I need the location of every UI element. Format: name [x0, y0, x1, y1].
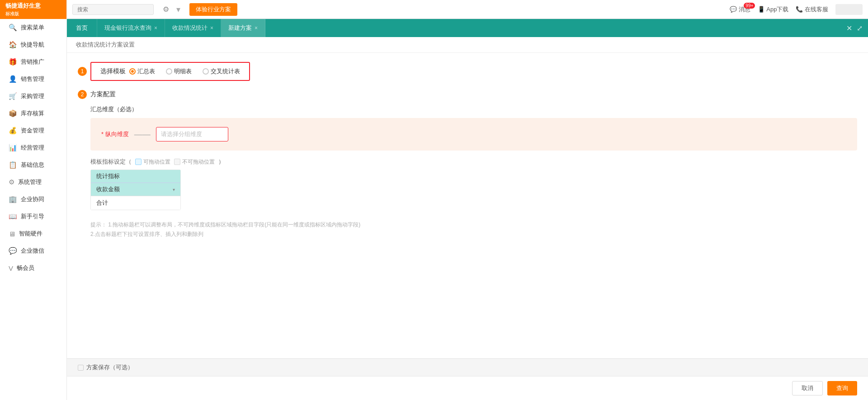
- search-icon: 🔍: [9, 24, 17, 32]
- sidebar-item-hardware[interactable]: 🖥 智能硬件: [0, 225, 66, 242]
- sidebar-item-inventory[interactable]: 📦 库存核算: [0, 105, 66, 122]
- tab-cash-flow-close[interactable]: ×: [154, 25, 157, 31]
- tab-new-plan-close[interactable]: ×: [255, 25, 258, 31]
- sidebar-label-search: 搜索菜单: [21, 24, 44, 32]
- service-icon: 📞: [796, 6, 803, 13]
- sidebar-item-marketing[interactable]: 🎁 营销推广: [0, 53, 66, 71]
- sidebar-label-guide: 新手引导: [21, 212, 44, 221]
- maximize-icon[interactable]: ⤢: [857, 24, 863, 33]
- download-link[interactable]: 📱 App下载: [758, 5, 788, 14]
- search-input[interactable]: [72, 4, 154, 15]
- sidebar-item-basic[interactable]: 📋 基础信息: [0, 156, 66, 174]
- sidebar: 畅捷通好生意 标准版 🔍 搜索菜单 🏠 快捷导航 🎁 营销推广 👤 销售管理 🛒…: [0, 0, 67, 400]
- sidebar-label-operations: 经营管理: [21, 144, 44, 152]
- gift-icon: 🎁: [9, 58, 17, 66]
- edition-text: 标准版: [5, 11, 41, 17]
- sidebar-label-purchase: 采购管理: [21, 92, 44, 100]
- dim-select[interactable]: 请选择分组维度: [156, 127, 228, 141]
- close-window-icon[interactable]: ✕: [846, 24, 852, 33]
- box-icon: 📦: [9, 109, 17, 118]
- message-icon: 💬: [730, 6, 737, 13]
- user-icon: 👤: [9, 75, 17, 83]
- not-draggable-label: 不可拖动位置: [182, 158, 215, 166]
- cancel-button[interactable]: 取消: [792, 381, 823, 395]
- legend-draggable: 可拖动位置: [135, 158, 170, 166]
- topbar-right: 💬 消息 99+ 📱 App下载 📞 在线客服: [730, 4, 863, 15]
- sidebar-item-finance[interactable]: 💰 资金管理: [0, 122, 66, 139]
- metrics-config-header: 模板指标设定（ 可拖动位置 不可拖动位置 ）: [90, 158, 857, 166]
- breadcrumb: 收款情况统计方案设置: [67, 37, 868, 53]
- radio-cross-btn[interactable]: [203, 68, 209, 75]
- radio-summary[interactable]: 汇总表: [129, 67, 155, 75]
- sidebar-label-wechat: 企业微信: [21, 247, 44, 255]
- tab-home[interactable]: 首页: [67, 19, 97, 37]
- draggable-label: 可拖动位置: [143, 158, 170, 166]
- save-option[interactable]: 方案保存（可选）: [78, 363, 133, 372]
- service-link[interactable]: 📞 在线客服: [796, 5, 828, 14]
- message-badge[interactable]: 💬 消息 99+: [730, 5, 750, 14]
- tab-new-plan[interactable]: 新建方案 ×: [221, 19, 265, 37]
- sidebar-item-purchase[interactable]: 🛒 采购管理: [0, 88, 66, 105]
- main-area: ⚙ ▾ 体验行业方案 💬 消息 99+ 📱 App下载 📞 在线客服 首页: [67, 0, 868, 400]
- radio-detail-btn[interactable]: [166, 68, 172, 75]
- col-dropdown-icon[interactable]: ▾: [173, 187, 175, 192]
- col-header-row[interactable]: 收款金额 ▾: [91, 183, 180, 196]
- step1-label: 1 选择模板 汇总表 明细表: [78, 62, 857, 81]
- sidebar-label-system: 系统管理: [18, 178, 42, 186]
- tips: 提示： 1.拖动标题栏可以调整布局，不可跨维度或指标区域拖动栏目字段(只能在同一…: [90, 221, 857, 238]
- sidebar-item-guide[interactable]: 📖 新手引导: [0, 208, 66, 225]
- sidebar-item-home[interactable]: 🏠 快捷导航: [0, 36, 66, 53]
- step1-circle: 1: [78, 67, 87, 76]
- sidebar-item-enterprise[interactable]: 🏢 企业协同: [0, 191, 66, 208]
- metrics-config: 模板指标设定（ 可拖动位置 不可拖动位置 ）: [90, 158, 857, 210]
- logo-text: 畅捷通好生意: [5, 2, 41, 10]
- legend-not-draggable: 不可拖动位置: [174, 158, 215, 166]
- tab-cash-flow[interactable]: 现金银行流水查询 ×: [97, 19, 165, 37]
- step1-title: 选择模板 汇总表 明细表: [90, 62, 250, 81]
- page-content: 收款情况统计方案设置 1 选择模板 汇总表: [67, 37, 868, 400]
- save-checkbox[interactable]: [78, 365, 84, 371]
- step2-circle: 2: [78, 90, 87, 99]
- wechat-icon: 💬: [9, 247, 17, 255]
- section-wrap: 1 选择模板 汇总表 明细表: [67, 53, 868, 358]
- sidebar-item-operations[interactable]: 📊 经营管理: [0, 139, 66, 156]
- tip2: 2.点击标题栏下拉可设置排序、插入列和删除列: [90, 231, 857, 238]
- radio-summary-label: 汇总表: [137, 67, 155, 75]
- save-label: 方案保存（可选）: [86, 363, 133, 372]
- cart-icon: 🛒: [9, 92, 17, 100]
- message-count: 99+: [744, 3, 755, 9]
- step2-label: 2 方案配置: [78, 90, 857, 99]
- radio-summary-btn[interactable]: [129, 68, 136, 75]
- member-icon: V: [9, 264, 13, 272]
- sidebar-label-basic: 基础信息: [21, 161, 44, 169]
- sidebar-label-hardware: 智能硬件: [19, 230, 42, 238]
- download-label: App下载: [766, 6, 788, 13]
- tab-new-plan-label: 新建方案: [228, 24, 252, 32]
- col-header-label: 收款金额: [96, 185, 120, 193]
- tab-receipts-close[interactable]: ×: [210, 25, 213, 31]
- footer-bar: 取消 查询: [67, 376, 868, 400]
- metrics-col-section-header: 统计指标: [91, 170, 180, 183]
- user-avatar[interactable]: [835, 4, 863, 15]
- sidebar-item-search[interactable]: 🔍 搜索菜单: [0, 19, 66, 36]
- sidebar-label-sales: 销售管理: [21, 75, 44, 83]
- sidebar-item-system[interactable]: ⚙ 系统管理: [0, 174, 66, 191]
- gear-icon[interactable]: ⚙: [163, 5, 169, 14]
- radio-detail[interactable]: 明细表: [166, 67, 192, 75]
- sidebar-label-inventory: 库存核算: [21, 109, 44, 118]
- dimension-area: * 纵向维度 —— 请选择分组维度: [90, 118, 857, 151]
- settings-icon: ⚙: [9, 178, 14, 186]
- building-icon: 🏢: [9, 195, 17, 203]
- sidebar-item-wechat[interactable]: 💬 企业微信: [0, 242, 66, 259]
- sidebar-item-sales[interactable]: 👤 销售管理: [0, 71, 66, 88]
- step2-title: 方案配置: [90, 90, 116, 99]
- chevron-down-icon[interactable]: ▾: [176, 5, 180, 14]
- tab-receipts[interactable]: 收款情况统计 ×: [165, 19, 221, 37]
- sidebar-label-marketing: 营销推广: [21, 58, 44, 66]
- sidebar-item-member[interactable]: V 畅会员: [0, 259, 66, 277]
- download-icon: 📱: [758, 6, 765, 13]
- radio-group: 汇总表 明细表 交叉统计表: [129, 67, 240, 75]
- query-button[interactable]: 查询: [827, 381, 857, 395]
- radio-cross[interactable]: 交叉统计表: [203, 67, 240, 75]
- industry-btn[interactable]: 体验行业方案: [189, 3, 237, 16]
